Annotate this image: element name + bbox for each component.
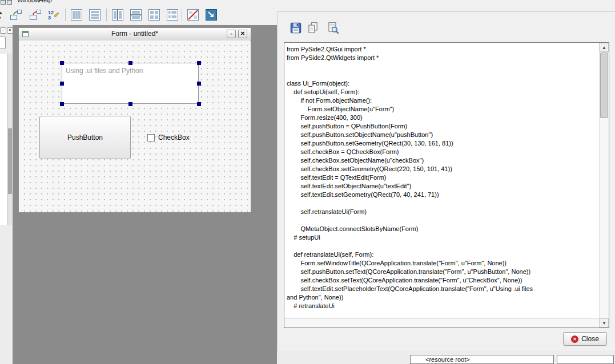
layout-vertical-icon[interactable] xyxy=(88,8,102,22)
horizontal-scrollbar[interactable] xyxy=(284,318,599,327)
svg-text:3: 3 xyxy=(48,15,51,21)
selection-handle-top-right[interactable] xyxy=(197,61,201,65)
scrollbar-thumb[interactable] xyxy=(600,52,608,118)
edit-signals-slots-icon[interactable] xyxy=(9,8,23,22)
save-icon[interactable] xyxy=(289,21,303,35)
toolbar-separator xyxy=(182,9,182,21)
menu-window[interactable]: Window xyxy=(17,0,39,3)
toolbar-separator xyxy=(106,9,107,21)
bottom-dock-strip: <resource root> xyxy=(277,351,615,364)
pushbutton-widget[interactable]: PushButton xyxy=(39,116,131,159)
resource-root-item[interactable]: <resource root> xyxy=(410,355,554,364)
textedit-placeholder: Using .ui files and Python xyxy=(66,67,143,75)
layout-vertical-splitter-icon[interactable] xyxy=(129,8,143,22)
adjust-size-icon[interactable] xyxy=(204,8,218,22)
close-dialog-button[interactable]: ✕ Close xyxy=(563,332,607,346)
layout-horizontal-splitter-icon[interactable] xyxy=(111,8,124,22)
edit-buddies-icon[interactable] xyxy=(29,8,42,22)
close-button[interactable]: ✕ xyxy=(238,30,247,38)
widget-list-fragment[interactable] xyxy=(0,54,8,225)
widget-filter-input[interactable] xyxy=(0,37,6,49)
selection-handle-top-left[interactable] xyxy=(60,61,64,65)
selection-handle-bottom-center[interactable] xyxy=(128,102,132,106)
window-restore-icon[interactable] xyxy=(1,0,6,5)
break-layout-icon[interactable] xyxy=(186,8,200,22)
form-canvas[interactable]: Using .ui files and Python PushButton Ch… xyxy=(19,41,250,212)
pushbutton-label: PushButton xyxy=(67,134,103,141)
view-code-dialog: from PySide2.QtGui import * from PySide2… xyxy=(277,11,615,351)
checkbox-label: CheckBox xyxy=(158,134,190,141)
window-close-icon[interactable] xyxy=(7,0,12,5)
menu-help[interactable]: Help xyxy=(39,0,52,3)
layout-horizontal-icon[interactable] xyxy=(70,8,83,22)
layout-grid-icon[interactable] xyxy=(147,8,161,22)
checkbox-widget[interactable]: CheckBox xyxy=(147,133,190,142)
resource-side-pane[interactable] xyxy=(557,355,614,364)
checkbox-indicator[interactable] xyxy=(147,134,155,141)
dock-close-button[interactable]: ✕ xyxy=(7,27,13,34)
selection-handle-top-center[interactable] xyxy=(128,61,132,65)
form-editor-window: Form - untitled* - ✕ Using .ui files and… xyxy=(18,27,251,213)
generated-code-text[interactable]: from PySide2.QtGui import * from PySide2… xyxy=(286,44,598,317)
toolbar-separator xyxy=(65,9,66,21)
close-button-label: Close xyxy=(581,335,599,343)
find-icon[interactable] xyxy=(326,21,340,35)
vertical-scrollbar[interactable]: ▲ ▼ xyxy=(599,43,609,327)
menubar: Window Help xyxy=(0,0,615,5)
minimize-button[interactable]: - xyxy=(227,30,236,38)
dock-float-button[interactable]: ▫ xyxy=(0,27,6,34)
form-window-title: Form - untitled* xyxy=(19,30,251,38)
selection-handle-bottom-right[interactable] xyxy=(197,102,201,106)
form-window-titlebar[interactable]: Form - untitled* - ✕ xyxy=(19,28,251,41)
textedit-widget[interactable]: Using .ui files and Python xyxy=(62,63,199,104)
edit-tab-order-icon[interactable]: 12 3 xyxy=(47,8,61,22)
edit-widgets-icon[interactable] xyxy=(0,8,8,22)
selection-handle-mid-left[interactable] xyxy=(60,82,64,86)
scroll-up-arrow[interactable]: ▲ xyxy=(600,43,609,52)
selection-handle-mid-right[interactable] xyxy=(197,82,201,86)
copy-icon[interactable] xyxy=(306,21,320,35)
dock-scrollbar-thumb[interactable] xyxy=(8,128,12,194)
dock-scrollbar[interactable] xyxy=(8,54,12,225)
code-view[interactable]: from PySide2.QtGui import * from PySide2… xyxy=(284,42,609,328)
selection-handle-bottom-left[interactable] xyxy=(60,102,64,106)
scroll-down-arrow[interactable]: ▼ xyxy=(600,318,609,327)
close-icon: ✕ xyxy=(571,335,578,343)
layout-form-icon[interactable] xyxy=(166,8,179,22)
widget-box-dock-fragment: ▫ ✕ xyxy=(0,25,13,364)
